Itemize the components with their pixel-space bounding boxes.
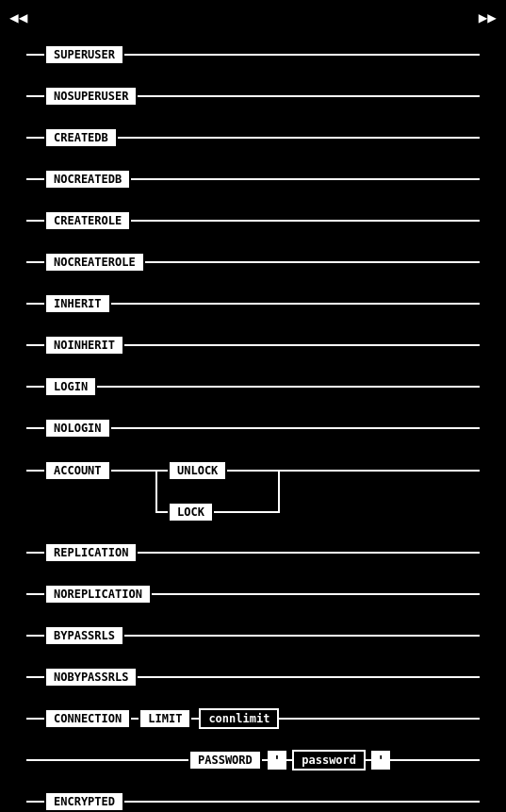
row-superuser: SUPERUSER <box>0 34 506 75</box>
row-inherit: INHERIT <box>0 283 506 324</box>
prev-arrow[interactable]: ◀◀ <box>9 8 27 26</box>
token-noreplication: NOREPLICATION <box>44 584 152 605</box>
token-bypassrls: BYPASSRLS <box>44 625 124 646</box>
row-bypassrls: BYPASSRLS <box>0 615 506 656</box>
token-nosuperuser: NOSUPERUSER <box>44 86 138 107</box>
token-quote1-pw: ' <box>268 751 286 770</box>
token-nologin: NOLOGIN <box>44 418 111 439</box>
row-nocreaterole: NOCREATEROLE <box>0 241 506 283</box>
row-account-branch: ACCOUNT UNLOCK LOCK <box>0 449 506 532</box>
token-replication: REPLICATION <box>44 542 138 563</box>
nav-row: ◀◀ ▶▶ <box>0 0 506 34</box>
diagram: ◀◀ ▶▶ SUPERUSER NOSUPERUSER CREATEDB NOC… <box>0 0 506 812</box>
token-limit: LIMIT <box>139 708 191 729</box>
token-nocreatedb: NOCREATEDB <box>44 169 131 190</box>
row-encrypted: ENCRYPTED <box>0 781 506 812</box>
token-nobypassrls: NOBYPASSRLS <box>44 667 138 688</box>
token-encrypted: ENCRYPTED <box>44 791 124 812</box>
branch-vert-left <box>155 470 157 511</box>
token-login: LOGIN <box>44 376 97 397</box>
row-nologin: NOLOGIN <box>0 407 506 449</box>
row-login: LOGIN <box>0 366 506 407</box>
row-connection: CONNECTION LIMIT connlimit <box>0 698 506 739</box>
token-password-var: password <box>292 750 366 771</box>
token-inherit: INHERIT <box>44 293 111 314</box>
row-nobypassrls: NOBYPASSRLS <box>0 656 506 698</box>
row-nosuperuser: NOSUPERUSER <box>0 75 506 117</box>
row-nocreatedb: NOCREATEDB <box>0 158 506 200</box>
token-account: ACCOUNT <box>44 460 111 481</box>
token-createrole: CREATEROLE <box>44 210 131 231</box>
token-lock: LOCK <box>168 502 214 522</box>
branch-right-cont <box>280 470 480 472</box>
token-nocreaterole: NOCREATEROLE <box>44 252 145 273</box>
token-password-kw: PASSWORD <box>188 750 262 771</box>
row-noinherit: NOINHERIT <box>0 324 506 366</box>
token-unlock: UNLOCK <box>168 460 227 481</box>
next-arrow[interactable]: ▶▶ <box>479 8 497 26</box>
token-noinherit: NOINHERIT <box>44 335 124 356</box>
branch-vert-right <box>278 470 280 511</box>
token-createdb: CREATEDB <box>44 127 118 148</box>
token-connlimit: connlimit <box>199 708 279 729</box>
token-quote2-pw: ' <box>371 751 390 770</box>
row-createdb: CREATEDB <box>0 117 506 158</box>
token-connection: CONNECTION <box>44 708 131 729</box>
row-noreplication: NOREPLICATION <box>0 573 506 615</box>
token-superuser: SUPERUSER <box>44 44 124 65</box>
row-createrole: CREATEROLE <box>0 200 506 241</box>
row-replication: REPLICATION <box>0 532 506 573</box>
row-password: PASSWORD ' password ' <box>0 739 506 781</box>
